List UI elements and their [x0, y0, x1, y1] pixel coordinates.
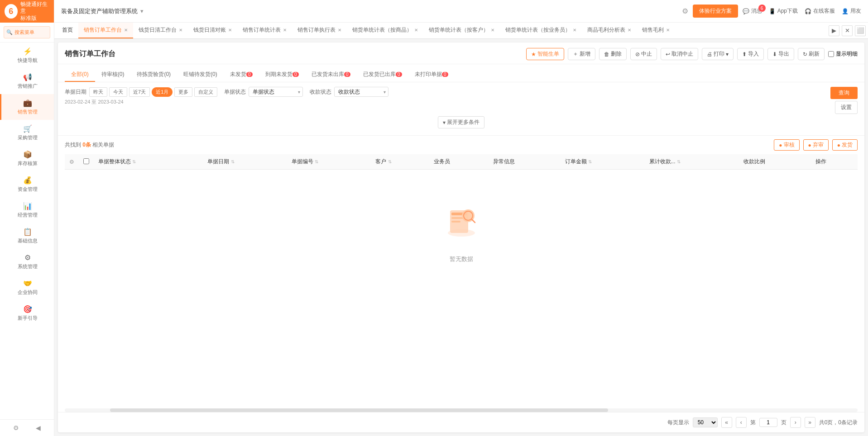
tab-sales-execute[interactable]: 销售订单执行表 ✕ [292, 23, 347, 38]
tab-cash-reconcile[interactable]: 钱货日清对账 ✕ [188, 23, 237, 38]
expand-conditions-button[interactable]: ▾ 展开更多条件 [438, 116, 484, 128]
sub-tab-pending-inspect[interactable]: 待拣货验货(0) [130, 68, 177, 82]
date-btn-today[interactable]: 今天 [109, 87, 127, 97]
tab-close-sales-stat[interactable]: ✕ [283, 28, 287, 33]
cancel-stop-button[interactable]: ↩ 取消中止 [661, 48, 698, 60]
tab-close-stat-product[interactable]: ✕ [414, 28, 418, 33]
export-button[interactable]: ⬇ 导出 [767, 48, 794, 60]
tab-sales-stat[interactable]: 销售订单统计表 ✕ [237, 23, 292, 38]
last-page-button[interactable]: » [805, 417, 815, 428]
new-button[interactable]: ＋ 新增 [568, 48, 595, 60]
print-button[interactable]: 🖨 打印 ▾ [702, 48, 734, 60]
sort-amount-icon[interactable]: ⇅ [588, 159, 592, 164]
ship-action-button[interactable]: ● 发货 [832, 139, 858, 151]
show-detail-input[interactable] [828, 51, 834, 57]
review-action-button[interactable]: ● 审核 [774, 139, 799, 151]
page-actions: ★ 智能生单 ＋ 新增 🗑 删除 ⊘ 中止 ↩ 取消中止 [526, 48, 858, 60]
tab-close-stat-customer[interactable]: ✕ [491, 28, 494, 33]
online-service-item[interactable]: 🎧 在线客服 [805, 7, 835, 15]
collapse-icon[interactable]: ◀ [36, 424, 41, 431]
import-button[interactable]: ⬆ 导入 [737, 48, 764, 60]
ai-generate-button[interactable]: ★ 智能生单 [526, 48, 564, 60]
tab-close-sales-profit[interactable]: ✕ [666, 28, 670, 33]
sidebar-item-quick-nav[interactable]: ⚡ 快捷导航 [0, 43, 54, 68]
refresh-button[interactable]: ↻ 刷新 [798, 48, 825, 60]
tab-home[interactable]: 首页 [57, 23, 78, 38]
date-btn-yesterday[interactable]: 昨天 [89, 87, 107, 97]
th-settings[interactable]: ⚙ [65, 154, 79, 170]
tab-close-all-button[interactable]: ✕ [842, 25, 853, 36]
status-select[interactable]: 单据状态 [249, 87, 303, 97]
sort-date-icon[interactable]: ⇅ [231, 159, 235, 164]
date-btn-1month[interactable]: 近1月 [152, 87, 173, 97]
sub-tab-pending-review[interactable]: 待审核(0) [95, 68, 131, 82]
sort-number-icon[interactable]: ⇅ [315, 159, 318, 164]
first-page-button[interactable]: « [721, 417, 732, 428]
sort-collected-icon[interactable]: ⇅ [677, 159, 681, 164]
empty-illustration [439, 197, 484, 251]
shipped-out-badge: 0 [396, 72, 402, 77]
show-detail-checkbox[interactable]: 显示明细 [828, 50, 858, 58]
sidebar-item-inventory[interactable]: 📦 库存核算 [0, 146, 54, 171]
scrollbar-area[interactable] [65, 408, 858, 412]
sub-tab-shipped-no-out[interactable]: 已发货未出库0 [305, 68, 357, 82]
tab-close-cash-reconcile[interactable]: ✕ [228, 28, 232, 33]
tab-more-button[interactable]: ▶ [829, 25, 839, 36]
sort-status-icon[interactable]: ⇅ [132, 159, 136, 164]
scrollbar-thumb[interactable] [110, 408, 608, 412]
sidebar-item-finance[interactable]: 💰 资金管理 [0, 171, 54, 197]
topbar-dropdown-icon[interactable]: ▾ [140, 8, 144, 14]
search-menu-button[interactable]: 🔍 搜索菜单 [4, 26, 50, 38]
sub-tab-shipped-out[interactable]: 已发货已出库0 [357, 68, 408, 82]
settings-bottom-icon[interactable]: ⚙ [13, 424, 19, 431]
tab-sales-stat-staff[interactable]: 销货单统计表（按业务员） ✕ [500, 23, 582, 38]
collection-select[interactable]: 收款状态 [334, 87, 388, 97]
tab-close-product-margin[interactable]: ✕ [628, 28, 631, 33]
industry-solution-button[interactable]: 体验行业方案 [693, 5, 738, 18]
tab-maximize-button[interactable]: ⬜ [855, 25, 866, 36]
tab-close-sales-workbench[interactable]: ✕ [124, 28, 128, 33]
page-size-select[interactable]: 50 20 100 [693, 417, 718, 427]
select-all-checkbox[interactable] [83, 158, 89, 164]
app-download-item[interactable]: 📱 App下载 [769, 7, 798, 15]
sidebar-item-guide[interactable]: 🎯 新手引导 [0, 300, 54, 326]
sub-tab-all[interactable]: 全部(0) [65, 68, 95, 82]
tab-sales-workbench[interactable]: 销售订单工作台 ✕ [78, 23, 133, 38]
message-item[interactable]: 💬 消息 6 [743, 7, 762, 15]
sidebar-item-marketing[interactable]: 📢 营销推广 [0, 68, 54, 94]
query-button[interactable]: 查询 [830, 87, 858, 99]
set-button[interactable]: 设置 [835, 101, 858, 114]
date-btn-more[interactable]: 更多 [174, 87, 192, 97]
date-btn-custom[interactable]: 自定义 [194, 87, 217, 97]
date-btn-7days[interactable]: 近7天 [129, 87, 150, 97]
sub-tab-overdue-ship[interactable]: 到期未发货0 [259, 68, 305, 82]
th-check[interactable] [79, 154, 94, 170]
topbar-settings-icon[interactable]: ⚙ [682, 7, 688, 15]
tab-product-margin[interactable]: 商品毛利分析表 ✕ [582, 23, 637, 38]
tab-close-stat-staff[interactable]: ✕ [573, 28, 576, 33]
sort-customer-icon[interactable]: ⇅ [388, 159, 392, 164]
tab-close-sales-execute[interactable]: ✕ [338, 28, 341, 33]
filter-date-buttons: 昨天 今天 近7天 近1月 更多 自定义 [89, 87, 217, 97]
page-number-input[interactable] [759, 418, 777, 427]
user-item[interactable]: 👤 用友 [842, 7, 861, 15]
tab-sales-stat-customer[interactable]: 销货单统计表（按客户） ✕ [423, 23, 500, 38]
tab-close-cash-daily[interactable]: ✕ [179, 28, 182, 33]
sidebar-item-system[interactable]: ⚙ 系统管理 [0, 249, 54, 275]
delete-button[interactable]: 🗑 删除 [599, 48, 627, 60]
sidebar-item-purchase[interactable]: 🛒 采购管理 [0, 120, 54, 146]
sidebar-item-enterprise[interactable]: 🤝 企业协同 [0, 275, 54, 300]
next-page-button[interactable]: › [790, 417, 801, 428]
tab-sales-profit[interactable]: 销售毛利 ✕ [637, 23, 675, 38]
stop-button[interactable]: ⊘ 中止 [630, 48, 657, 60]
cancel-review-action-button[interactable]: ● 弃审 [803, 139, 829, 151]
tab-cash-daily[interactable]: 钱货日清工作台 ✕ [133, 23, 188, 38]
prev-page-button[interactable]: ‹ [736, 417, 747, 428]
sidebar-item-basic-info[interactable]: 📋 基础信息 [0, 223, 54, 249]
tab-sales-stat-product[interactable]: 销货单统计表（按商品） ✕ [347, 23, 423, 38]
sub-tab-no-print[interactable]: 未打印单据0 [408, 68, 455, 82]
sub-tab-no-ship[interactable]: 未发货0 [224, 68, 259, 82]
sidebar-item-business[interactable]: 📊 经营管理 [0, 197, 54, 223]
sub-tab-wangpu-ship[interactable]: 旺铺待发货(0) [177, 68, 224, 82]
sidebar-item-sales[interactable]: 💼 销售管理 [0, 94, 54, 120]
